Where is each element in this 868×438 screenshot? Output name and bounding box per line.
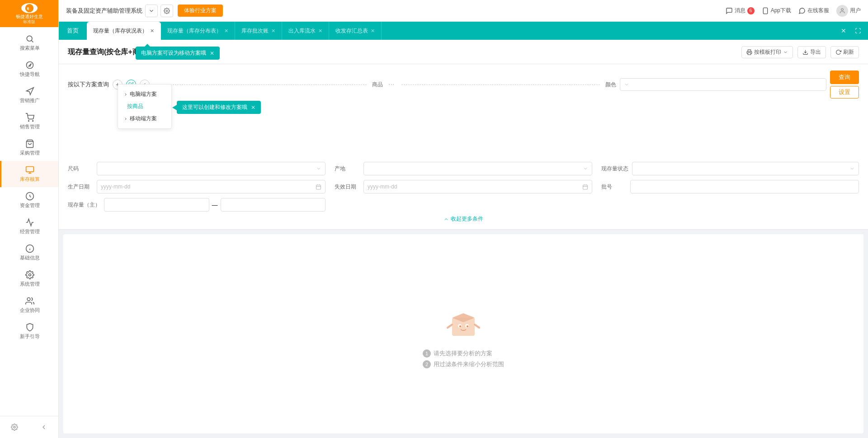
filter-item-size: 尺码: [68, 162, 326, 175]
empty-illustration: [441, 300, 486, 345]
svg-point-35: [467, 325, 468, 327]
filter-item-batch: 批号: [601, 180, 859, 193]
svg-point-7: [33, 121, 33, 122]
app-download-btn[interactable]: App下载: [762, 7, 791, 14]
goods-dots[interactable]: ···: [387, 80, 396, 89]
stock-range-separator: —: [212, 202, 218, 208]
set-btn[interactable]: 设置: [830, 86, 859, 99]
edit-tooltip: 这里可以创建和修改方案哦 ✕: [177, 101, 261, 114]
batch-input[interactable]: [630, 180, 859, 193]
svg-point-0: [25, 4, 33, 12]
empty-hint-1: 1 请先选择要分析的方案: [423, 349, 504, 358]
expiry-date-label: 失效日期: [335, 183, 360, 191]
sidebar: 6 畅捷通好生意 标准版 搜索菜单 快捷导航 营销推广 销售管理 采购管理: [0, 0, 59, 438]
topbar-right: 消息 6 App下载 在线客服 用户: [726, 5, 861, 17]
topbar-gear-btn[interactable]: [145, 5, 158, 17]
prod-date-input[interactable]: yyyy-mm-dd: [97, 180, 326, 193]
tab-close-inout-flow[interactable]: ✕: [318, 28, 322, 34]
filter-item-prod-date: 生产日期 yyyy-mm-dd: [68, 180, 326, 193]
sidebar-item-marketing[interactable]: 营销推广: [0, 82, 58, 108]
collapse-sidebar-btn[interactable]: [38, 421, 50, 433]
online-service-btn[interactable]: 在线客服: [798, 7, 829, 14]
settings-gear-btn[interactable]: [160, 5, 173, 17]
content-area: 现存量查询(按仓库+商品) 按模板打印 导出 刷新: [59, 40, 868, 438]
export-btn[interactable]: 导出: [797, 46, 826, 58]
sidebar-item-stock[interactable]: 库存核算: [0, 161, 58, 187]
expiry-date-input[interactable]: yyyy-mm-dd: [363, 180, 592, 193]
batch-label: 批号: [601, 183, 627, 191]
stock-main-label: 现存量（主）: [68, 201, 100, 209]
scheme-tooltip-close[interactable]: ✕: [210, 50, 214, 57]
size-label: 尺码: [68, 165, 93, 173]
stock-main-min[interactable]: [104, 198, 209, 212]
sidebar-bottom: [0, 416, 58, 438]
sidebar-item-sysconfig[interactable]: 系统管理: [0, 266, 58, 292]
svg-point-15: [27, 298, 30, 301]
edit-tooltip-close[interactable]: ✕: [251, 104, 255, 111]
print-btn[interactable]: 按模板打印: [741, 46, 793, 58]
tab-fullscreen-btn[interactable]: [853, 25, 863, 36]
logo-text: 畅捷通好生意 标准版: [16, 14, 43, 24]
sidebar-item-sales[interactable]: 销售管理: [0, 108, 58, 135]
sidebar-item-collab[interactable]: 企业协同: [0, 292, 58, 318]
svg-marker-5: [28, 64, 32, 67]
svg-rect-27: [583, 185, 588, 189]
tab-close-all-btn[interactable]: ✕: [838, 25, 849, 36]
tab-stock-batch[interactable]: 库存批次账 ✕: [235, 22, 282, 40]
search-btn[interactable]: 查询: [830, 71, 859, 84]
page-header-actions: 按模板打印 导出 刷新: [741, 46, 859, 64]
industry-solution-btn[interactable]: 体验行业方案: [178, 5, 223, 17]
origin-label: 产地: [335, 165, 360, 173]
sidebar-item-guide[interactable]: 新手引导: [0, 318, 58, 344]
svg-point-14: [29, 274, 31, 276]
svg-point-6: [28, 121, 29, 122]
main-area: 装备及固定资产辅助管理系统 体验行业方案 消息 6 App下载 在线客服: [59, 0, 868, 438]
size-select[interactable]: [97, 162, 326, 175]
sidebar-item-purchase[interactable]: 采购管理: [0, 135, 58, 161]
tab-close-stock-dist[interactable]: ✕: [224, 28, 228, 34]
tab-home[interactable]: 首页: [59, 22, 87, 40]
svg-rect-23: [316, 185, 321, 189]
scheme-tree-group-pc[interactable]: 电脑端方案: [118, 88, 171, 100]
scheme-tree-group-mobile[interactable]: 移动端方案: [118, 113, 171, 125]
refresh-btn[interactable]: 刷新: [830, 46, 859, 58]
user-avatar[interactable]: 用户: [836, 5, 861, 17]
svg-point-34: [459, 325, 461, 327]
sidebar-item-basicinfo[interactable]: 基础信息: [0, 240, 58, 266]
svg-text:6: 6: [27, 6, 29, 10]
refresh-label: 刷新: [843, 48, 854, 56]
export-label: 导出: [810, 48, 821, 56]
logo: 6 畅捷通好生意 标准版: [0, 0, 58, 27]
tab-close-receive-send[interactable]: ✕: [371, 28, 375, 34]
tab-stock-dist[interactable]: 现存量（库存分布表） ✕: [161, 22, 235, 40]
tab-stock-status[interactable]: 现存量（库存状况表） ✕: [87, 22, 161, 40]
tab-inout-flow[interactable]: 出入库流水 ✕: [282, 22, 329, 40]
scheme-tree-item-goods[interactable]: 按商品: [118, 100, 171, 113]
message-btn[interactable]: 消息 6: [726, 7, 755, 14]
user-label: 用户: [850, 7, 861, 14]
tab-close-stock-status[interactable]: ✕: [150, 28, 154, 34]
hint-num-1: 1: [423, 349, 431, 358]
svg-point-2: [27, 36, 32, 41]
sidebar-item-nav[interactable]: 快捷导航: [0, 56, 58, 82]
filter-label: 按以下方案查询: [68, 80, 109, 89]
online-service-label: 在线客服: [807, 7, 829, 14]
sidebar-item-finance[interactable]: 资金管理: [0, 187, 58, 213]
scheme-tree-dropdown: 电脑端方案 按商品 移动端方案 这里可以创建和修改方案哦 ✕: [118, 84, 172, 129]
stock-status-select[interactable]: [632, 162, 859, 175]
color-select[interactable]: [620, 78, 826, 91]
stock-main-max[interactable]: [221, 198, 326, 212]
sidebar-item-management[interactable]: 经营管理: [0, 213, 58, 240]
collapse-btn[interactable]: 收起更多条件: [68, 212, 859, 223]
origin-select[interactable]: [363, 162, 592, 175]
message-label: 消息: [735, 7, 745, 14]
filter-item-stock-status: 现存量状态: [601, 162, 859, 175]
message-badge: 6: [747, 7, 755, 14]
filter-area: 按以下方案查询 + 电脑方案可设为移动方案哦 ✕ ··· 商品 ···: [59, 64, 868, 230]
tab-close-stock-batch[interactable]: ✕: [271, 28, 275, 34]
svg-line-36: [448, 325, 452, 328]
filter-row-1: 尺码 产地 现存量状态: [68, 162, 859, 175]
sidebar-item-search[interactable]: 搜索菜单: [0, 30, 58, 56]
tab-receive-send-summary[interactable]: 收发存汇总表 ✕: [329, 22, 382, 40]
settings-bottom-btn[interactable]: [8, 421, 21, 433]
